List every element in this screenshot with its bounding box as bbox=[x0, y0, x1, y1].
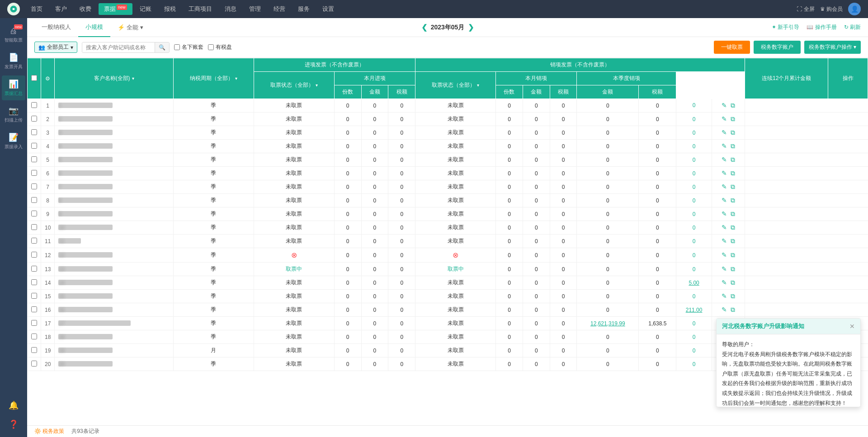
row-checkbox[interactable] bbox=[28, 113, 41, 126]
tax-period-header[interactable]: 纳税周期（全部）▾ bbox=[177, 75, 250, 82]
sidebar-item-ticket-summary[interactable]: 📊 票据汇总 bbox=[2, 75, 25, 100]
edit-icon[interactable]: ✎ bbox=[722, 183, 727, 190]
row-checkbox[interactable] bbox=[28, 303, 41, 317]
copy-icon[interactable]: ⧉ bbox=[731, 265, 735, 273]
customer-name: 15 bbox=[55, 290, 174, 303]
row-checkbox[interactable] bbox=[28, 330, 41, 344]
next-month-arrow[interactable]: ❯ bbox=[468, 23, 474, 32]
edit-icon[interactable]: ✎ bbox=[722, 306, 727, 313]
copy-icon[interactable]: ⧉ bbox=[731, 237, 735, 244]
my-account-checkbox[interactable]: 名下账套 bbox=[174, 43, 203, 51]
edit-icon[interactable]: ✎ bbox=[722, 251, 727, 258]
tax-digital-account-btn[interactable]: 税务数字账户 bbox=[754, 41, 801, 54]
nav-item-settings[interactable]: 设置 bbox=[317, 3, 340, 15]
in-ticket-status-header[interactable]: 取票状态（全部）▾ bbox=[258, 81, 330, 89]
copy-icon[interactable]: ⧉ bbox=[731, 142, 735, 150]
row-checkbox[interactable] bbox=[28, 167, 41, 180]
search-input[interactable] bbox=[82, 42, 155, 52]
nav-item-manage[interactable]: 管理 bbox=[244, 3, 266, 15]
row-checkbox[interactable] bbox=[28, 263, 41, 276]
row-checkbox[interactable] bbox=[28, 317, 41, 330]
settings-icon[interactable]: ⚙ bbox=[45, 75, 50, 82]
user-avatar[interactable]: 👤 bbox=[848, 3, 861, 15]
employee-select[interactable]: 👥 全部员工 ▾ bbox=[34, 42, 77, 53]
nav-item-tax[interactable]: 报税 bbox=[159, 3, 181, 15]
row-checkbox[interactable] bbox=[28, 194, 41, 207]
nav-item-client[interactable]: 客户 bbox=[50, 3, 72, 15]
row-checkbox[interactable] bbox=[28, 221, 41, 235]
nav-item-message[interactable]: 消息 bbox=[219, 3, 242, 15]
notification-close-btn[interactable]: ✕ bbox=[849, 323, 855, 330]
customer-name-header[interactable]: 客户名称(全部) ▾ bbox=[58, 75, 170, 82]
row-checkbox[interactable] bbox=[28, 357, 41, 371]
nav-item-business[interactable]: 工商项目 bbox=[183, 3, 217, 15]
copy-icon[interactable]: ⧉ bbox=[731, 210, 735, 217]
copy-icon[interactable]: ⧉ bbox=[731, 251, 735, 258]
edit-icon[interactable]: ✎ bbox=[722, 237, 727, 244]
copy-icon[interactable]: ⧉ bbox=[731, 197, 735, 204]
row-checkbox[interactable] bbox=[28, 235, 41, 248]
copy-icon[interactable]: ⧉ bbox=[731, 169, 735, 177]
edit-icon[interactable]: ✎ bbox=[722, 102, 727, 109]
copy-icon[interactable]: ⧉ bbox=[731, 279, 735, 286]
refresh-link[interactable]: ↻ 刷新 bbox=[844, 23, 861, 31]
row-checkbox[interactable] bbox=[28, 126, 41, 140]
copy-icon[interactable]: ⧉ bbox=[731, 292, 735, 300]
row-checkbox[interactable] bbox=[28, 140, 41, 153]
nav-item-bookkeeping[interactable]: 记账 bbox=[134, 3, 157, 15]
copy-icon[interactable]: ⧉ bbox=[731, 306, 735, 313]
nav-item-invoice[interactable]: 票据new bbox=[99, 3, 132, 15]
edit-icon[interactable]: ✎ bbox=[722, 265, 727, 273]
row-checkbox[interactable] bbox=[28, 207, 41, 221]
edit-icon[interactable]: ✎ bbox=[722, 115, 727, 122]
member-btn[interactable]: ♛ 购会员 bbox=[820, 5, 843, 13]
search-box: 🔍 bbox=[82, 42, 170, 53]
edit-icon[interactable]: ✎ bbox=[722, 224, 727, 231]
row-checkbox[interactable] bbox=[28, 290, 41, 303]
tax-digital-operation-btn[interactable]: 税务数字账户操作 ▾ bbox=[804, 41, 861, 54]
select-all-checkbox[interactable] bbox=[31, 75, 37, 81]
row-checkbox[interactable] bbox=[28, 248, 41, 263]
row-checkbox[interactable] bbox=[28, 153, 41, 167]
nav-item-operation[interactable]: 经营 bbox=[268, 3, 291, 15]
tab-general-taxpayer[interactable]: 一般纳税人 bbox=[34, 18, 78, 37]
copy-icon[interactable]: ⧉ bbox=[731, 129, 735, 136]
sidebar-item-invoice-open[interactable]: 📄 发票开具 bbox=[2, 49, 25, 74]
copy-icon[interactable]: ⧉ bbox=[731, 156, 735, 163]
edit-icon[interactable]: ✎ bbox=[722, 129, 727, 136]
has-tax-disk-checkbox[interactable]: 有税盘 bbox=[208, 43, 232, 51]
one-click-ticket-btn[interactable]: 一键取票 bbox=[714, 41, 750, 54]
edit-icon[interactable]: ✎ bbox=[722, 292, 727, 300]
out-ticket-status-header[interactable]: 取票状态（全部）▾ bbox=[419, 81, 492, 89]
edit-icon[interactable]: ✎ bbox=[722, 156, 727, 163]
edit-icon[interactable]: ✎ bbox=[722, 169, 727, 177]
fullscreen-btn[interactable]: ⛶ 全屏 bbox=[797, 5, 814, 13]
manual-link[interactable]: 📖 操作手册 bbox=[807, 23, 836, 31]
row-checkbox[interactable] bbox=[28, 180, 41, 194]
row-checkbox[interactable] bbox=[28, 99, 41, 113]
copy-icon[interactable]: ⧉ bbox=[731, 183, 735, 190]
tab-small-scale[interactable]: 小规模 bbox=[78, 18, 110, 37]
edit-icon[interactable]: ✎ bbox=[722, 210, 727, 217]
row-checkbox[interactable] bbox=[28, 276, 41, 290]
nav-item-home[interactable]: 首页 bbox=[25, 3, 48, 15]
edit-icon[interactable]: ✎ bbox=[722, 279, 727, 286]
prev-month-arrow[interactable]: ❮ bbox=[421, 23, 427, 32]
search-button[interactable]: 🔍 bbox=[155, 42, 169, 52]
all-ability-dropdown[interactable]: ⚡ 全能 ▾ bbox=[114, 23, 147, 32]
new-guide-link[interactable]: ✦ 新手引导 bbox=[772, 23, 799, 31]
row-checkbox[interactable] bbox=[28, 344, 41, 357]
edit-icon[interactable]: ✎ bbox=[722, 197, 727, 204]
sidebar-item-scan-upload[interactable]: 📷 扫描上传 bbox=[2, 102, 25, 127]
nav-item-fee[interactable]: 收费 bbox=[74, 3, 97, 15]
copy-icon[interactable]: ⧉ bbox=[731, 224, 735, 231]
sidebar-help-icon[interactable]: ❓ bbox=[5, 416, 22, 432]
sidebar-item-ticket-entry[interactable]: 📝 票据录入 bbox=[2, 129, 25, 154]
copy-icon[interactable]: ⧉ bbox=[731, 102, 735, 109]
copy-icon[interactable]: ⧉ bbox=[731, 115, 735, 122]
tax-policy-link[interactable]: 🔆 税务政策 bbox=[34, 428, 64, 435]
sidebar-bell-icon[interactable]: 🔔 bbox=[5, 397, 22, 414]
sidebar-item-smart-ticket[interactable]: 🖨 智能取票 new bbox=[2, 23, 25, 47]
nav-item-service[interactable]: 服务 bbox=[292, 3, 315, 15]
edit-icon[interactable]: ✎ bbox=[722, 142, 727, 150]
